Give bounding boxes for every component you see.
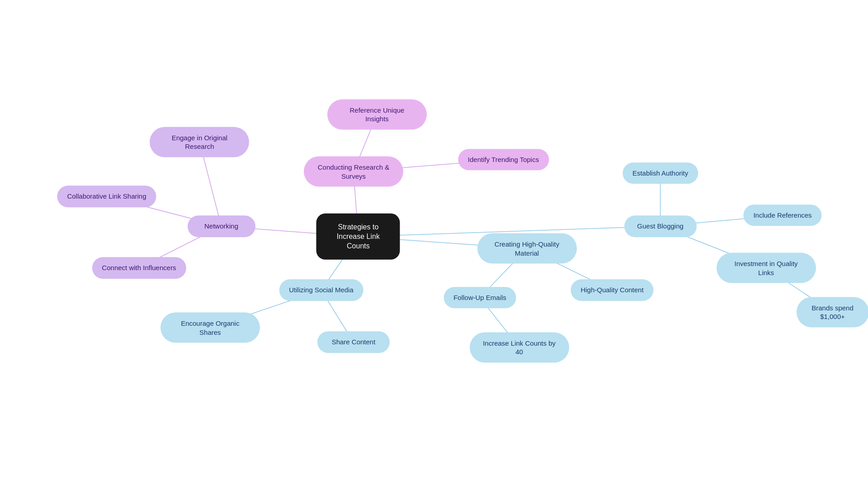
node-connect_influencers[interactable]: Connect with Influencers [92, 257, 186, 279]
node-brands_spend[interactable]: Brands spend $1,000+ [797, 297, 868, 327]
node-conducting_research[interactable]: Conducting Research & Surveys [304, 157, 403, 187]
node-include_references[interactable]: Include References [743, 205, 821, 226]
node-utilizing_social[interactable]: Utilizing Social Media [279, 280, 363, 301]
node-guest_blogging[interactable]: Guest Blogging [624, 215, 697, 237]
node-reference_unique[interactable]: Reference Unique Insights [327, 99, 427, 129]
node-networking[interactable]: Networking [188, 215, 255, 237]
node-identify_trending[interactable]: Identify Trending Topics [458, 149, 549, 171]
node-high_quality_content[interactable]: High-Quality Content [571, 280, 653, 301]
node-establish_authority[interactable]: Establish Authority [623, 162, 698, 184]
node-engage_original[interactable]: Engage in Original Research [150, 127, 249, 157]
connections-svg [0, 0, 868, 490]
node-collaborative_link[interactable]: Collaborative Link Sharing [57, 186, 156, 208]
node-creating_high_quality[interactable]: Creating High-Quality Material [477, 233, 577, 264]
node-encourage_organic[interactable]: Encourage Organic Shares [160, 313, 260, 343]
node-investment_quality[interactable]: Investment in Quality Links [717, 253, 816, 283]
node-share_content[interactable]: Share Content [317, 332, 390, 353]
node-center[interactable]: Strategies to Increase Link Counts [316, 214, 400, 260]
mindmap-container: Strategies to Increase Link CountsConduc… [0, 0, 868, 490]
node-increase_link_counts[interactable]: Increase Link Counts by 40 [470, 332, 569, 362]
node-follow_up_emails[interactable]: Follow-Up Emails [443, 287, 516, 309]
